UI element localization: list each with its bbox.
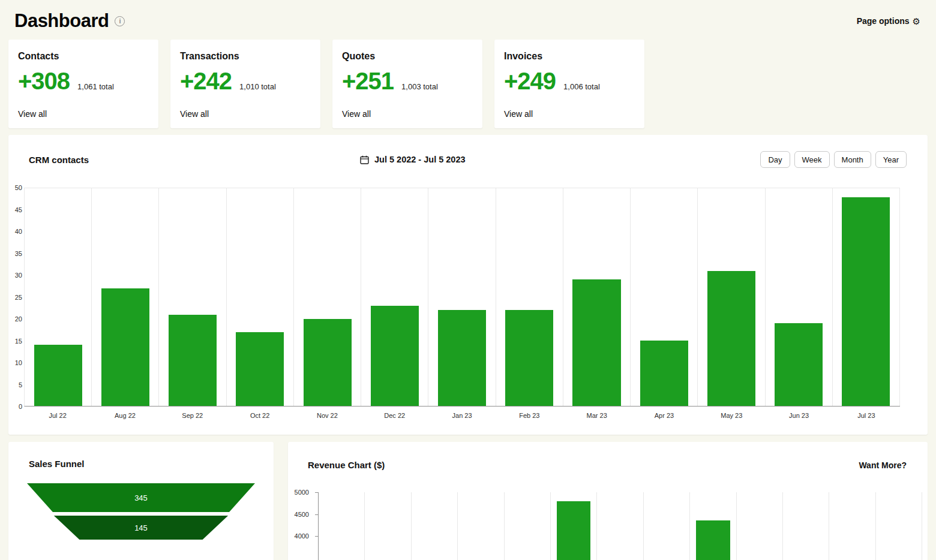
- revenue-bar-1[interactable]: [557, 501, 591, 560]
- y-axis-label: 5000: [295, 489, 309, 496]
- y-axis-label: 50: [15, 184, 22, 191]
- crm-x-axis: Jul 22Aug 22Sep 22Oct 22Nov 22Dec 22Jan …: [24, 412, 900, 419]
- bar-apr-23[interactable]: [640, 341, 688, 406]
- date-range-label: Jul 5 2022 - Jul 5 2023: [374, 155, 466, 164]
- y-axis-label: 30: [15, 272, 22, 279]
- stat-number-row: +242 1,010 total: [180, 68, 311, 95]
- bar-jul-23[interactable]: [842, 197, 890, 406]
- chart-column: [551, 492, 597, 560]
- stat-number-row: +249 1,006 total: [504, 68, 635, 95]
- date-range-picker[interactable]: Jul 5 2022 - Jul 5 2023: [360, 155, 466, 164]
- chart-column: [690, 492, 736, 560]
- x-axis-label: Sep 22: [159, 412, 226, 419]
- info-icon[interactable]: i: [115, 16, 125, 26]
- y-axis-label: 25: [15, 294, 22, 301]
- y-axis-label: 20: [15, 315, 22, 323]
- funnel-chart: 345 145: [27, 483, 255, 540]
- chart-column: [458, 492, 504, 560]
- stat-card-quotes: Quotes +251 1,003 total View all: [332, 40, 482, 128]
- y-axis-label: 0: [19, 403, 22, 410]
- chart-column: [365, 492, 411, 560]
- bar-jul-22[interactable]: [34, 345, 82, 406]
- chart-column: [227, 188, 294, 406]
- funnel-stage-1[interactable]: 345: [27, 483, 255, 512]
- range-button-day[interactable]: Day: [760, 151, 790, 168]
- chart-column: [766, 188, 833, 406]
- funnel-title: Sales Funnel: [29, 459, 274, 469]
- stat-card-invoices: Invoices +249 1,006 total View all: [494, 40, 644, 128]
- bar-mar-23[interactable]: [572, 279, 620, 406]
- x-axis-label: Jul 23: [833, 412, 900, 419]
- y-axis-label: 4000: [295, 532, 309, 540]
- bar-oct-22[interactable]: [236, 332, 284, 406]
- crm-contacts-card: CRM contacts Jul 5 2022 - Jul 5 2023 Day…: [8, 135, 928, 435]
- chart-column: [496, 188, 563, 406]
- view-all-link[interactable]: View all: [504, 109, 533, 119]
- bar-aug-22[interactable]: [101, 288, 149, 406]
- x-axis-label: Jan 23: [428, 412, 496, 419]
- bar-jun-23[interactable]: [775, 323, 823, 406]
- stat-number-row: +251 1,003 total: [342, 68, 473, 95]
- chart-column: [737, 492, 783, 560]
- title-wrap: Dashboard i: [14, 10, 125, 32]
- bar-nov-22[interactable]: [304, 319, 352, 406]
- crm-header: CRM contacts Jul 5 2022 - Jul 5 2023 Day…: [8, 150, 928, 168]
- funnel-stage-1-value: 345: [134, 493, 148, 502]
- view-all-link[interactable]: View all: [18, 109, 47, 119]
- x-axis-label: Dec 22: [361, 412, 428, 419]
- dashboard-page: Dashboard i Page options ⚙ Contacts +308…: [0, 0, 936, 560]
- y-axis-label: 5: [19, 381, 22, 389]
- revenue-title: Revenue Chart ($): [308, 460, 385, 470]
- chart-column: [428, 188, 496, 406]
- stats-row: Contacts +308 1,061 total View all Trans…: [8, 40, 928, 128]
- crm-bar-chart: 50454035302520151050 Jul 22Aug 22Sep 22O…: [8, 188, 900, 419]
- y-axis-label: 35: [15, 250, 22, 257]
- x-axis-label: Nov 22: [293, 412, 361, 419]
- chart-column: [319, 492, 365, 560]
- funnel-stage-2-value: 145: [134, 523, 148, 532]
- calendar-icon: [360, 155, 369, 164]
- stat-total: 1,006 total: [563, 82, 600, 91]
- x-axis-label: Mar 23: [563, 412, 631, 419]
- chart-column: [505, 492, 551, 560]
- want-more-link[interactable]: Want More?: [859, 460, 907, 470]
- y-axis-label: 45: [15, 206, 22, 213]
- stat-label: Quotes: [342, 51, 473, 62]
- y-axis-label: 40: [15, 228, 22, 235]
- revenue-header: Revenue Chart ($) Want More?: [288, 460, 928, 470]
- chart-column: [159, 188, 226, 406]
- range-button-month[interactable]: Month: [834, 151, 871, 168]
- revenue-chart-card: Revenue Chart ($) Want More? 50004500400…: [288, 442, 928, 560]
- bar-feb-23[interactable]: [505, 310, 553, 406]
- page-options-button[interactable]: Page options ⚙: [857, 16, 920, 26]
- y-axis-label: 15: [15, 338, 22, 345]
- range-buttons: Day Week Month Year: [760, 151, 907, 168]
- range-button-week[interactable]: Week: [794, 151, 830, 168]
- funnel-stage-2[interactable]: 145: [27, 516, 255, 540]
- x-axis-label: Aug 22: [91, 412, 158, 419]
- revenue-bar-2[interactable]: [696, 520, 730, 560]
- x-axis-label: Feb 23: [496, 412, 563, 419]
- bar-dec-22[interactable]: [371, 306, 419, 406]
- x-axis-label: Oct 22: [226, 412, 293, 419]
- chart-column: [876, 492, 922, 560]
- bar-jan-23[interactable]: [438, 310, 486, 406]
- bar-may-23[interactable]: [707, 271, 755, 406]
- chart-column: [25, 188, 92, 406]
- stat-delta: +242: [180, 68, 232, 95]
- y-axis-label: 10: [15, 359, 22, 366]
- chart-column: [361, 188, 428, 406]
- x-axis-label: Jul 22: [24, 412, 91, 419]
- bar-sep-22[interactable]: [169, 315, 217, 406]
- range-button-year[interactable]: Year: [875, 151, 907, 168]
- stat-total: 1,061 total: [77, 82, 114, 91]
- crm-y-axis: 50454035302520151050: [8, 188, 24, 407]
- view-all-link[interactable]: View all: [342, 109, 371, 119]
- chart-column: [92, 188, 159, 406]
- view-all-link[interactable]: View all: [180, 109, 209, 119]
- stat-number-row: +308 1,061 total: [18, 68, 149, 95]
- sales-funnel-card: Sales Funnel 345 145: [8, 442, 274, 560]
- chart-column: [698, 188, 765, 406]
- y-axis-label: 4500: [295, 511, 309, 518]
- revenue-plot: [318, 492, 922, 560]
